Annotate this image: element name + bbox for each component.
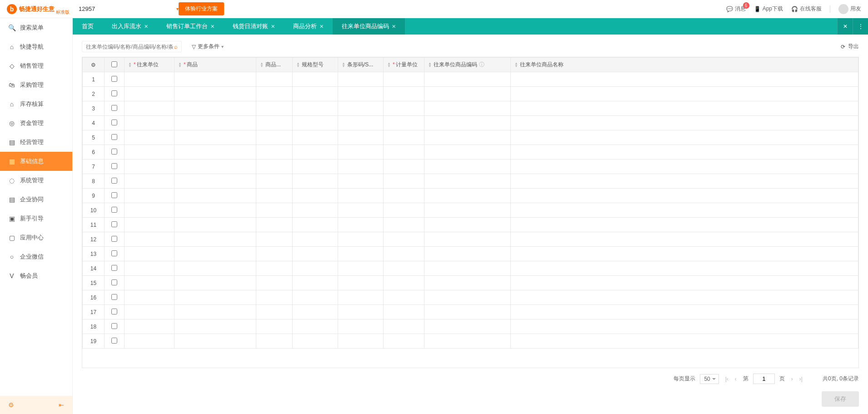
tab[interactable]: 首页 [73,18,103,35]
cell[interactable] [511,232,858,247]
cell[interactable] [511,305,858,319]
cell[interactable] [384,174,424,189]
cell[interactable] [256,87,293,101]
cell[interactable] [424,87,511,101]
cell[interactable] [293,130,338,145]
cell[interactable] [175,203,256,218]
sort-icon[interactable]: ▲▼ [128,62,132,68]
table-row[interactable]: 4 [83,116,858,130]
cell[interactable] [424,276,511,290]
row-checkbox[interactable] [105,276,125,290]
cell[interactable] [511,261,858,276]
table-row[interactable]: 11 [83,218,858,232]
table-row[interactable]: 8 [83,174,858,189]
cell[interactable] [338,101,384,116]
save-button[interactable]: 保存 [822,391,859,407]
cell[interactable] [338,87,384,101]
cell[interactable] [125,174,175,189]
table-row[interactable]: 9 [83,189,858,203]
cell[interactable] [256,232,293,247]
cell[interactable] [125,130,175,145]
cell[interactable] [256,334,293,349]
cell[interactable] [125,290,175,305]
sidebar-item[interactable]: ◌系统管理 [0,171,72,190]
sidebar-item[interactable]: ◇销售管理 [0,56,72,75]
cell[interactable] [256,218,293,232]
cell[interactable] [424,232,511,247]
row-checkbox[interactable] [105,116,125,130]
sort-icon[interactable]: ▲▼ [342,62,345,68]
cell[interactable] [175,247,256,261]
cell[interactable] [125,101,175,116]
cell[interactable] [511,72,858,87]
page-size-select[interactable]: 50 [700,374,718,384]
page-input[interactable] [753,374,775,384]
cell[interactable] [384,290,424,305]
cell[interactable] [125,334,175,349]
first-page-button[interactable]: |‹ [723,375,730,383]
cell[interactable] [511,189,858,203]
cell[interactable] [175,116,256,130]
cell[interactable] [293,290,338,305]
cell[interactable] [384,247,424,261]
column-header[interactable]: ▲▼往来单位商品名称 [511,58,858,72]
cell[interactable] [384,160,424,174]
cell[interactable] [338,276,384,290]
cell[interactable] [511,145,858,160]
row-checkbox[interactable] [105,319,125,334]
tab-close-icon[interactable]: ✕ [144,24,148,30]
table-row[interactable]: 14 [83,261,858,276]
cell[interactable] [338,130,384,145]
cell[interactable] [293,261,338,276]
sidebar-item[interactable]: 🛍采购管理 [0,75,72,95]
cell[interactable] [175,276,256,290]
cell[interactable] [256,189,293,203]
messages-button[interactable]: 💬 消息 6 [726,5,746,13]
cell[interactable] [175,189,256,203]
cell[interactable] [293,160,338,174]
sidebar-item[interactable]: ⌂库存核算 [0,95,72,114]
cell[interactable] [338,160,384,174]
cell[interactable] [256,145,293,160]
cell[interactable] [338,116,384,130]
column-header[interactable]: ▲▼*往来单位 [125,58,175,72]
tab-more-button[interactable]: ⋮ [853,18,868,35]
row-checkbox[interactable] [105,247,125,261]
column-settings[interactable]: ⚙ [83,58,105,72]
cell[interactable] [424,160,511,174]
sort-icon[interactable]: ▲▼ [178,62,182,68]
cell[interactable] [338,247,384,261]
cell[interactable] [256,72,293,87]
cell[interactable] [256,116,293,130]
cell[interactable] [293,334,338,349]
cell[interactable] [175,101,256,116]
sort-icon[interactable]: ▲▼ [514,62,518,68]
tab-close-icon[interactable]: ✕ [210,24,215,30]
cell[interactable] [384,145,424,160]
cell[interactable] [125,247,175,261]
cell[interactable] [175,160,256,174]
cell[interactable] [125,116,175,130]
search-icon[interactable]: ⌕ [174,43,178,50]
cell[interactable] [424,203,511,218]
search-box[interactable]: ⌕ [82,41,182,52]
more-filter-button[interactable]: ▽ 更多条件 ▾ [192,43,224,50]
cell[interactable] [256,290,293,305]
sidebar-item[interactable]: ○企业微信 [0,247,72,266]
cell[interactable] [424,319,511,334]
column-header[interactable]: ▲▼往来单位商品编码ⓘ [424,58,511,72]
cell[interactable] [511,174,858,189]
cell[interactable] [384,72,424,87]
sort-icon[interactable]: ▲▼ [428,62,432,68]
cell[interactable] [256,101,293,116]
cell[interactable] [384,203,424,218]
cell[interactable] [293,145,338,160]
sort-icon[interactable]: ▲▼ [260,62,264,68]
cell[interactable] [175,72,256,87]
table-row[interactable]: 5 [83,130,858,145]
cell[interactable] [125,305,175,319]
cell[interactable] [256,174,293,189]
table-row[interactable]: 19 [83,334,858,349]
cell[interactable] [424,334,511,349]
cell[interactable] [384,101,424,116]
